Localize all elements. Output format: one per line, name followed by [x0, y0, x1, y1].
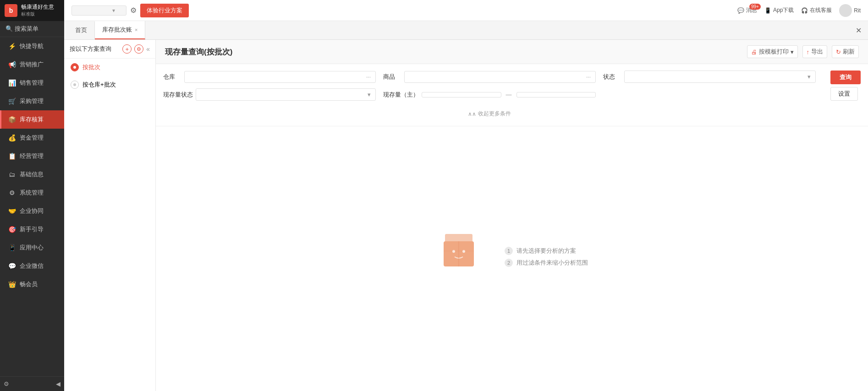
sidebar-item-quick-nav[interactable]: ⚡ 快捷导航 [0, 37, 64, 55]
online-service-label: 在线客服 [810, 6, 832, 14]
topbar-left: ▾ ⚙ 体验行业方案 [71, 4, 732, 17]
system-icon: ⚙ [8, 189, 16, 197]
sidebar-item-purchase[interactable]: 🛒 采购管理 [0, 92, 64, 110]
hint-text-1: 请先选择要分析的方案 [516, 247, 576, 255]
sidebar-header: b 畅康通好生意 标准版 [0, 0, 64, 21]
user-avatar [839, 4, 852, 17]
sidebar-item-sales[interactable]: 📊 销售管理 [0, 74, 64, 92]
sidebar-item-finance[interactable]: 💰 资金管理 [0, 129, 64, 147]
status-select[interactable]: ▾ [624, 71, 816, 83]
panel-close-btn[interactable]: ✕ [849, 26, 868, 35]
sidebar-collapse-btn[interactable]: ◀ [56, 380, 60, 387]
guide-icon: 🎯 [8, 225, 16, 234]
svg-rect-2 [445, 234, 472, 242]
stock-qty-min-input[interactable] [422, 92, 501, 98]
sidebar-item-label: 企业微信 [20, 262, 44, 270]
tab-home[interactable]: 首页 [68, 22, 95, 39]
warehouse-more-icon[interactable]: ··· [366, 74, 371, 80]
query-button[interactable]: 查询 [830, 71, 861, 84]
print-label: 按模板打印 [759, 48, 789, 56]
print-icon: 🖨 [751, 49, 757, 55]
stock-qty-max-input[interactable] [516, 92, 596, 98]
sidebar-item-label: 快捷导航 [20, 42, 44, 50]
sidebar-item-label: 经营管理 [20, 152, 44, 160]
left-panel-header: 按以下方案查询 + ⚙ « [64, 40, 155, 59]
finance-icon: 💰 [8, 134, 16, 142]
search-menu[interactable]: 🔍 搜索菜单 [0, 21, 64, 37]
phone-icon: 📱 [764, 7, 771, 14]
sidebar-settings-btn[interactable]: ⚙ [4, 380, 9, 387]
product-label: 商品 [383, 73, 401, 81]
sidebar-item-label: 采购管理 [20, 97, 44, 105]
sidebar-item-label: 新手引导 [20, 225, 44, 234]
app-logo: b [5, 4, 17, 17]
empty-hint-1: 1 请先选择要分析的方案 [505, 247, 588, 255]
messages-item[interactable]: 💬 消息 99+ [737, 6, 757, 14]
scheme-active-icon [71, 63, 79, 71]
filter-and-buttons: 仓库 ··· 商品 ··· [156, 64, 868, 126]
settings-button[interactable]: 设置 [830, 87, 858, 101]
filter-row-2: 现存量状态 ▾ 现存量（主） [163, 88, 816, 101]
product-input[interactable]: ··· [404, 71, 596, 83]
user-item[interactable]: Rit [839, 4, 861, 17]
collapse-panel-btn[interactable]: « [146, 45, 150, 53]
scheme-item-by-warehouse-batch[interactable]: 按仓库+批次 [64, 76, 155, 93]
sidebar-item-operations[interactable]: 📋 经营管理 [0, 147, 64, 165]
sidebar: b 畅康通好生意 标准版 🔍 搜索菜单 ⚡ 快捷导航 📢 营销推广 📊 销售管理… [0, 0, 64, 391]
sidebar-item-app-center[interactable]: 📱 应用中心 [0, 239, 64, 257]
export-btn[interactable]: ↑ 导出 [802, 45, 828, 58]
online-service-item[interactable]: 🎧 在线客服 [801, 6, 832, 14]
sidebar-item-marketing[interactable]: 📢 营销推广 [0, 55, 64, 74]
add-scheme-btn[interactable]: + [122, 44, 132, 54]
sidebar-item-label: 企业协同 [20, 207, 44, 215]
empty-illustration [436, 230, 482, 276]
page-title: 现存量查询(按批次) [165, 47, 232, 57]
sidebar-item-membership[interactable]: 👑 畅会员 [0, 275, 64, 293]
sidebar-item-label: 销售管理 [20, 79, 44, 87]
sidebar-item-label: 库存核算 [20, 115, 44, 124]
app-download-item[interactable]: 📱 App下载 [764, 6, 794, 14]
marketing-icon: 📢 [8, 60, 16, 69]
trial-button[interactable]: 体验行业方案 [140, 4, 189, 17]
scheme-item-by-batch[interactable]: 按批次 [64, 59, 155, 76]
refresh-btn[interactable]: ↻ 刷新 [832, 45, 859, 58]
scheme-settings-btn[interactable]: ⚙ [134, 44, 143, 54]
sidebar-item-system[interactable]: ⚙ 系统管理 [0, 184, 64, 202]
warehouse-input[interactable]: ··· [184, 71, 376, 83]
hint-text-2: 用过滤条件来缩小分析范围 [516, 259, 588, 267]
sidebar-item-label: 营销推广 [20, 60, 44, 69]
tab-home-label: 首页 [75, 26, 87, 34]
main-content-wrap: 现存量查询(按批次) 🖨 按模板打印 ▾ ↑ 导出 ↻ 刷新 [156, 40, 868, 391]
svg-point-1 [73, 83, 76, 86]
collapse-label: 收起更多条件 [478, 110, 511, 118]
tab-close-icon[interactable]: × [135, 27, 137, 33]
collapse-more-btn[interactable]: ∧∧ 收起更多条件 [163, 106, 816, 119]
filter-product: 商品 ··· [383, 71, 596, 83]
empty-hint-2: 2 用过滤条件来缩小分析范围 [505, 259, 588, 267]
sidebar-item-inventory[interactable]: 📦 库存核算 [0, 110, 64, 129]
sidebar-item-wechat[interactable]: 💬 企业微信 [0, 257, 64, 275]
tab-inventory-batch[interactable]: 库存批次账 × [95, 21, 145, 39]
print-btn[interactable]: 🖨 按模板打印 ▾ [747, 45, 798, 58]
stock-qty-dash: — [503, 91, 515, 98]
topbar-settings-icon[interactable]: ⚙ [130, 6, 137, 15]
product-more-icon[interactable]: ··· [586, 74, 591, 80]
main-area: ▾ ⚙ 体验行业方案 💬 消息 99+ 📱 App下载 🎧 在线客服 Rit [64, 0, 868, 391]
stock-status-select[interactable]: ▾ [196, 88, 376, 101]
filter-warehouse: 仓库 ··· [163, 71, 376, 83]
scheme-label-by-warehouse-batch: 按仓库+批次 [82, 81, 116, 89]
filter-status: 状态 ▾ [603, 71, 816, 83]
search-icon: 🔍 [5, 25, 13, 32]
sidebar-item-label: 资金管理 [20, 134, 44, 142]
scheme-inactive-icon [71, 81, 79, 89]
sidebar-item-enterprise[interactable]: 🤝 企业协同 [0, 202, 64, 220]
export-label: 导出 [811, 48, 823, 56]
app-center-icon: 📱 [8, 244, 16, 252]
sidebar-item-basic[interactable]: 🗂 基础信息 [0, 165, 64, 184]
filter-stock-qty: 现存量（主） — [383, 91, 596, 99]
sales-icon: 📊 [8, 79, 16, 87]
topbar-search-input[interactable] [76, 7, 112, 14]
sidebar-item-guide[interactable]: 🎯 新手引导 [0, 220, 64, 239]
headset-icon: 🎧 [801, 7, 808, 14]
status-chevron-icon: ▾ [808, 73, 811, 80]
